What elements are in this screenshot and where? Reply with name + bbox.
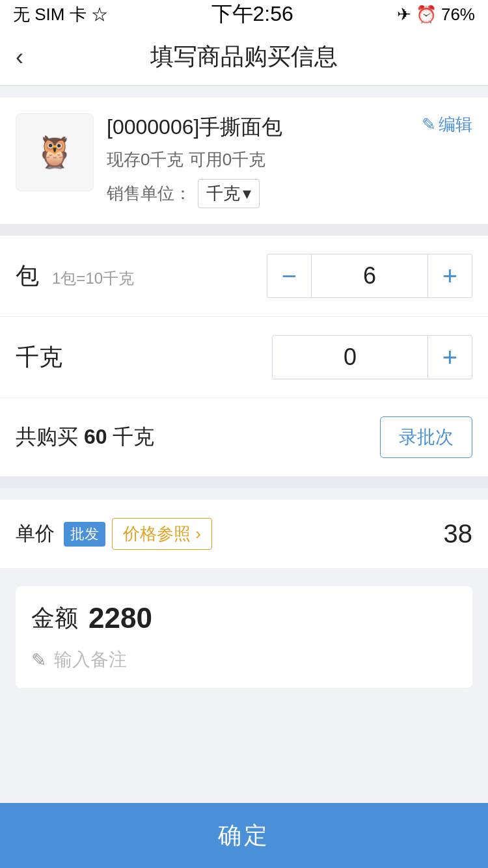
nav-bar: ‹ 填写商品购买信息 — [0, 29, 488, 86]
product-image: 🦉 — [16, 113, 94, 191]
status-left: 无 SIM 卡 ☆ — [13, 3, 108, 26]
note-placeholder: 输入备注 — [54, 647, 127, 672]
price-tag: 批发 — [64, 522, 105, 547]
amount-card: 金额 2280 ✎ 输入备注 — [16, 586, 472, 688]
amount-row: 金额 2280 — [31, 602, 457, 634]
amount-label: 金额 — [31, 603, 78, 634]
edit-label: 编辑 — [439, 113, 472, 136]
edit-button[interactable]: ✎ 编辑 — [422, 113, 472, 136]
back-button[interactable]: ‹ — [16, 44, 23, 71]
input-section: 包 1包=10千克 − + 千克 + 共购买 60 千克 录批次 — [0, 236, 488, 476]
total-label: 共购买 60 千克 — [16, 423, 154, 452]
package-minus-button[interactable]: − — [267, 254, 311, 298]
price-section: 单价 批发 价格参照 › 38 — [0, 500, 488, 568]
total-row: 共购买 60 千克 录批次 — [0, 398, 488, 476]
kg-label: 千克 — [16, 342, 272, 373]
amount-value: 2280 — [88, 602, 152, 634]
product-info: [0000006]手撕面包 现存0千克 可用0千克 销售单位： 千克 ▾ — [107, 113, 472, 208]
status-bar: 无 SIM 卡 ☆ 下午2:56 ✈ ⏰ 76% — [0, 0, 488, 29]
status-right: ✈ ⏰ 76% — [397, 5, 476, 25]
kg-stepper: + — [272, 335, 472, 379]
package-sublabel: 1包=10千克 — [52, 269, 134, 287]
kg-plus-button[interactable]: + — [428, 335, 472, 379]
kg-row: 千克 + — [0, 317, 488, 398]
kg-input[interactable] — [272, 335, 428, 379]
package-plus-button[interactable]: + — [428, 254, 472, 298]
product-name: [0000006]手撕面包 — [107, 113, 472, 142]
spacer — [0, 688, 488, 803]
note-icon: ✎ — [31, 649, 46, 671]
unit-value: 千克 — [206, 182, 240, 205]
product-unit-row: 销售单位： 千克 ▾ — [107, 179, 472, 208]
divider-1 — [0, 224, 488, 236]
price-label: 单价 — [16, 521, 55, 547]
unit-dropdown-icon: ▾ — [243, 183, 251, 204]
page-title: 填写商品购买信息 — [150, 41, 338, 73]
price-ref-button[interactable]: 价格参照 › — [112, 518, 212, 550]
price-value: 38 — [444, 519, 473, 549]
status-time: 下午2:56 — [211, 0, 293, 29]
product-stock: 现存0千克 可用0千克 — [107, 148, 472, 171]
unit-select[interactable]: 千克 ▾ — [198, 179, 260, 208]
package-input[interactable] — [311, 254, 428, 298]
confirm-button[interactable]: 确定 — [0, 803, 488, 868]
edit-icon: ✎ — [422, 115, 436, 135]
divider-2 — [0, 476, 488, 488]
amount-section: 金额 2280 ✎ 输入备注 — [0, 568, 488, 688]
batch-button[interactable]: 录批次 — [380, 416, 472, 458]
package-row: 包 1包=10千克 − + — [0, 236, 488, 317]
package-label: 包 1包=10千克 — [16, 260, 267, 292]
product-card: 🦉 [0000006]手撕面包 现存0千克 可用0千克 销售单位： 千克 ▾ ✎… — [0, 98, 488, 224]
package-stepper: − + — [267, 254, 472, 298]
note-row[interactable]: ✎ 输入备注 — [31, 647, 457, 672]
unit-label: 销售单位： — [107, 182, 191, 205]
product-logo-icon: 🦉 — [35, 134, 74, 170]
